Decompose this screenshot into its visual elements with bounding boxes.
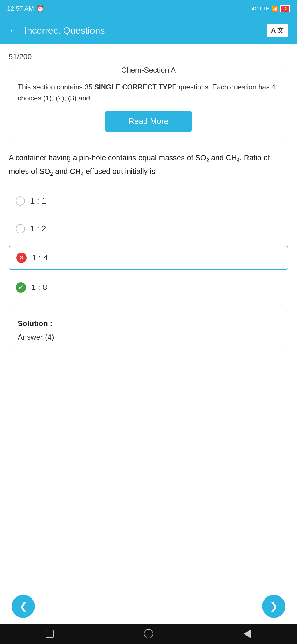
circle-icon	[144, 629, 153, 638]
radio-2	[16, 224, 25, 233]
option-1[interactable]: 1 : 1	[9, 190, 288, 212]
network-text: 4G LTE	[252, 6, 269, 12]
section-description: This section contains 35 SINGLE CORRECT …	[18, 82, 279, 104]
main-content: 51/200 Chem-Section A This section conta…	[0, 44, 297, 394]
option-3-label: 1 : 4	[32, 253, 48, 262]
option-4[interactable]: ✓ 1 : 8	[9, 276, 288, 299]
triangle-icon	[243, 629, 251, 638]
app-bar-title: Incorrect Questions	[24, 25, 105, 36]
option-4-label: 1 : 8	[31, 283, 47, 292]
solution-text: Answer (4)	[18, 333, 279, 342]
prev-button[interactable]: ❮	[12, 595, 35, 618]
app-bar-left: ← Incorrect Questions	[9, 24, 105, 37]
solution-title: Solution :	[18, 319, 279, 328]
battery-indicator: 13	[280, 5, 290, 12]
options-list: 1 : 1 1 : 2 ✕ 1 : 4 ✓ 1 : 8	[9, 190, 288, 299]
translate-button[interactable]: A 文	[267, 24, 288, 37]
square-icon	[46, 630, 54, 638]
question-text: A container having a pin-hole contains e…	[9, 151, 288, 179]
system-nav-bar	[0, 624, 297, 644]
section-title: Chem-Section A	[117, 66, 180, 75]
bottom-navigation: ❮ ❯	[0, 589, 297, 624]
alarm-icon: ⏰	[36, 5, 44, 12]
recent-apps-button[interactable]	[44, 628, 55, 640]
status-time: 12:57 AM ⏰	[7, 5, 44, 12]
time-text: 12:57 AM	[7, 5, 34, 12]
option-2-label: 1 : 2	[30, 224, 46, 233]
battery-icon: 13	[280, 5, 290, 12]
back-nav-button[interactable]	[242, 628, 253, 640]
status-icons: 4G LTE 📶 13	[252, 5, 290, 12]
solution-box: Solution : Answer (4)	[9, 311, 288, 350]
wrong-icon: ✕	[16, 253, 27, 263]
correct-icon: ✓	[16, 282, 26, 293]
read-more-button[interactable]: Read More	[105, 111, 192, 132]
next-button[interactable]: ❯	[262, 595, 285, 618]
back-button[interactable]: ←	[9, 24, 19, 37]
app-bar: ← Incorrect Questions A 文	[0, 17, 297, 44]
signal-icon: 📶	[271, 6, 278, 12]
option-2[interactable]: 1 : 2	[9, 218, 288, 240]
option-3[interactable]: ✕ 1 : 4	[9, 246, 288, 270]
section-title-bar: Chem-Section A	[18, 66, 279, 75]
title-line-right	[180, 70, 279, 70]
status-bar: 12:57 AM ⏰ 4G LTE 📶 13	[0, 0, 297, 17]
question-counter: 51/200	[9, 52, 288, 61]
radio-1	[16, 196, 25, 206]
option-1-label: 1 : 1	[30, 196, 46, 206]
home-button[interactable]	[143, 628, 154, 640]
section-card: Chem-Section A This section contains 35 …	[9, 70, 288, 141]
title-line-left	[18, 70, 117, 70]
